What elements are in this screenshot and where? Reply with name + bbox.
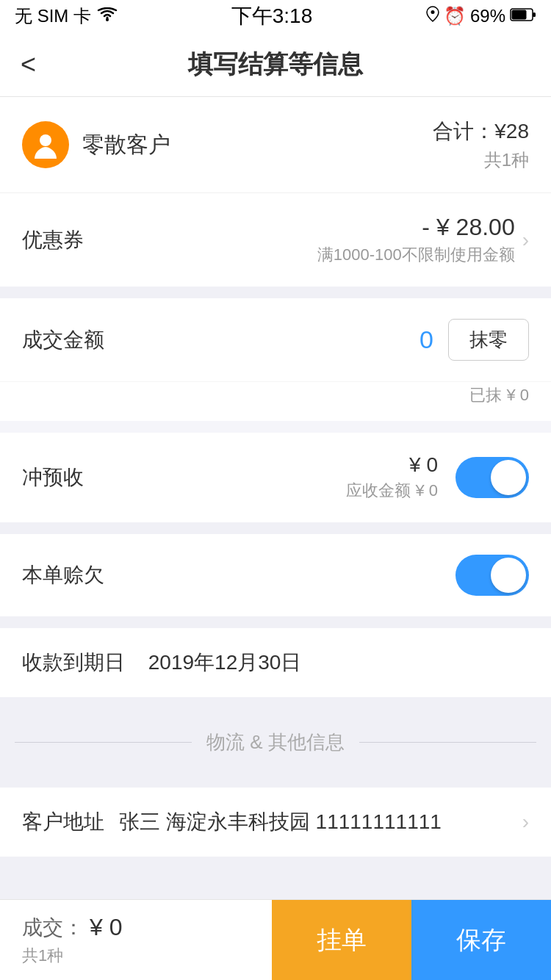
nav-bar: < 填写结算等信息 [0,32,551,97]
status-left: 无 SIM 卡 [15,4,118,28]
address-chevron-icon: › [522,810,529,834]
coupon-chevron-icon: › [522,228,529,252]
due-date-label: 收款到期日 [22,651,125,674]
total-amount: 合计：¥28 [433,118,529,145]
logistics-separator: 物流 & 其他信息 [0,709,551,776]
precollect-label: 冲预收 [22,464,84,491]
transaction-section: 成交金额 0 抹零 已抹 ¥ 0 冲预收 ¥ 0 应收金额 ¥ 0 [0,298,551,522]
nav-title: 填写结算等信息 [188,48,363,82]
credit-label: 本单赊欠 [22,561,104,589]
receivable-amount-text: 应收金额 ¥ 0 [346,480,438,502]
transaction-amount-row: 成交金额 0 抹零 [0,298,551,382]
person-icon [32,131,60,159]
address-row[interactable]: 客户地址 张三 海淀永丰科技园 11111111111 › [0,788,551,857]
no-sim-text: 无 SIM 卡 [15,4,91,28]
status-time: 下午3:18 [231,2,313,30]
svg-point-5 [40,134,51,146]
transaction-row: 成交金额 0 抹零 已抹 ¥ 0 [0,298,551,421]
svg-rect-4 [512,10,527,20]
total-count: 共1种 [433,148,529,172]
customer-avatar [22,121,69,168]
due-date-value: 2019年12月30日 [148,651,302,674]
separator-line-left [15,742,192,743]
credit-section: 本单赊欠 收款到期日 2019年12月30日 [0,534,551,697]
bottom-info: 成交： ¥ 0 共1种 [0,900,272,980]
customer-left: 零散客户 [22,121,170,168]
customer-summary: 合计：¥28 共1种 [433,118,529,172]
logistics-label: 物流 & 其他信息 [206,729,345,755]
precollect-amount: ¥ 0 [346,453,438,477]
customer-coupon-section: 零散客户 合计：¥28 共1种 优惠券 - ¥ 28.00 满1000-100不… [0,97,551,287]
hold-button-label: 挂单 [317,923,367,957]
coupon-description: 满1000-100不限制使用金额 [317,244,515,266]
location-icon [426,6,439,26]
back-button[interactable]: < [21,49,36,80]
battery-percent: 69% [470,6,505,26]
coupon-discount: - ¥ 28.00 满1000-100不限制使用金额 [317,214,515,266]
section-divider [0,421,551,433]
address-label: 客户地址 [22,808,104,836]
svg-rect-3 [533,12,536,17]
bottom-bar: 成交： ¥ 0 共1种 挂单 保存 [0,899,551,980]
bottom-count: 共1种 [22,945,250,967]
save-button-label: 保存 [456,923,506,957]
hold-button[interactable]: 挂单 [272,900,411,980]
coupon-label: 优惠券 [22,226,84,254]
precollect-row: 冲预收 ¥ 0 应收金额 ¥ 0 [0,433,551,522]
due-date-row: 收款到期日 2019年12月30日 [0,628,551,697]
credit-row: 本单赊欠 [0,534,551,616]
coupon-amount: - ¥ 28.00 [317,214,515,241]
transaction-right: 0 抹零 [419,319,529,361]
credit-toggle[interactable] [455,555,529,596]
customer-name: 零散客户 [82,130,170,160]
customer-row[interactable]: 零散客户 合计：¥28 共1种 [0,97,551,192]
transaction-label: 成交金额 [22,326,104,354]
credit-toggle-knob [491,558,526,593]
toggle-knob [491,460,526,495]
rounded-amount-text: 已抹 ¥ 0 [469,386,529,404]
coupon-right: - ¥ 28.00 满1000-100不限制使用金额 › [317,214,529,266]
transaction-value: 0 [419,325,433,354]
svg-point-0 [106,18,109,21]
save-button[interactable]: 保存 [411,900,551,980]
separator-line-right [359,742,536,743]
bottom-total-label: 成交： [22,914,84,942]
status-right: ⏰ 69% [426,6,536,26]
content: 零散客户 合计：¥28 共1种 优惠券 - ¥ 28.00 满1000-100不… [0,97,551,945]
wifi-icon [97,6,118,26]
coupon-row[interactable]: 优惠券 - ¥ 28.00 满1000-100不限制使用金额 › [0,192,551,287]
battery-icon [510,6,536,26]
svg-point-1 [431,10,434,14]
round-off-button[interactable]: 抹零 [448,319,529,361]
precollect-right: ¥ 0 应收金额 ¥ 0 [346,453,529,502]
status-bar: 无 SIM 卡 下午3:18 ⏰ 69% [0,0,551,32]
precollect-toggle[interactable] [455,457,529,498]
precollect-values: ¥ 0 应收金额 ¥ 0 [346,453,438,502]
address-value: 张三 海淀永丰科技园 11111111111 [119,808,508,836]
bottom-total: 成交： ¥ 0 [22,914,250,942]
bottom-total-value: ¥ 0 [90,914,122,941]
alarm-icon: ⏰ [444,6,466,26]
